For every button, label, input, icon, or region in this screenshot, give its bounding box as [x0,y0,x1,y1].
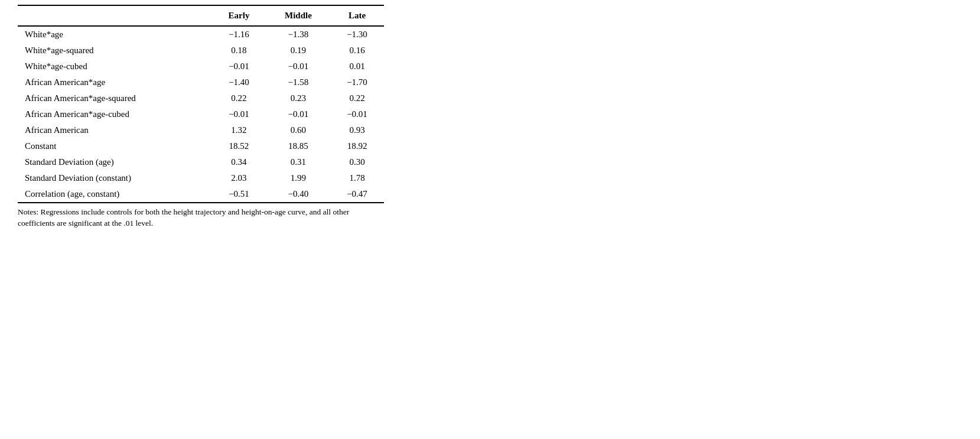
row-label: Standard Deviation (age) [18,154,211,170]
row-label: Constant [18,138,211,154]
table-row: African American1.320.600.93 [18,122,384,138]
row-early: 0.22 [211,90,266,106]
row-early: 18.52 [211,138,266,154]
row-middle: −0.01 [266,58,330,74]
row-middle: 1.99 [266,170,330,186]
row-middle: −1.58 [266,74,330,90]
row-label: African American*age-cubed [18,106,211,122]
table-footer [18,203,384,204]
row-label: Standard Deviation (constant) [18,170,211,186]
table-row: Standard Deviation (age)0.340.310.30 [18,154,384,170]
table-body: White*age−1.16−1.38−1.30White*age-square… [18,26,384,203]
row-middle: −1.38 [266,26,330,43]
row-early: 1.32 [211,122,266,138]
bottom-border-row [18,203,384,204]
row-early: 0.34 [211,154,266,170]
data-table: Early Middle Late White*age−1.16−1.38−1.… [18,5,384,204]
row-early: −1.16 [211,26,266,43]
row-middle: 0.31 [266,154,330,170]
row-early: −0.01 [211,58,266,74]
row-late: 0.93 [330,122,384,138]
row-middle: 0.60 [266,122,330,138]
table-row: White*age-cubed−0.01−0.010.01 [18,58,384,74]
row-middle: 0.23 [266,90,330,106]
row-late: 0.16 [330,43,384,58]
row-late: 0.30 [330,154,384,170]
table-row: White*age−1.16−1.38−1.30 [18,26,384,43]
row-middle: −0.40 [266,186,330,203]
col-header-middle: Middle [266,7,330,26]
table-note: Notes: Regressions include controls for … [18,207,384,229]
row-late: 0.01 [330,58,384,74]
table-row: Standard Deviation (constant)2.031.991.7… [18,170,384,186]
row-late: 0.22 [330,90,384,106]
row-late: 18.92 [330,138,384,154]
row-label: Correlation (age, constant) [18,186,211,203]
row-late: 1.78 [330,170,384,186]
row-early: −0.51 [211,186,266,203]
row-label: African American [18,122,211,138]
row-label: White*age-cubed [18,58,211,74]
row-middle: 18.85 [266,138,330,154]
row-late: −0.47 [330,186,384,203]
row-label: White*age-squared [18,43,211,58]
table-row: African American*age−1.40−1.58−1.70 [18,74,384,90]
table-row: White*age-squared0.180.190.16 [18,43,384,58]
table-row: Correlation (age, constant)−0.51−0.40−0.… [18,186,384,203]
row-early: 2.03 [211,170,266,186]
table-row: African American*age-squared0.220.230.22 [18,90,384,106]
page-container: Early Middle Late White*age−1.16−1.38−1.… [0,0,980,439]
table-row: Constant18.5218.8518.92 [18,138,384,154]
row-middle: 0.19 [266,43,330,58]
table-wrapper: Early Middle Late White*age−1.16−1.38−1.… [18,5,384,229]
header-row: Early Middle Late [18,7,384,26]
row-middle: −0.01 [266,106,330,122]
col-header-early: Early [211,7,266,26]
row-label: White*age [18,26,211,43]
row-early: 0.18 [211,43,266,58]
row-label: African American*age-squared [18,90,211,106]
col-header-late: Late [330,7,384,26]
row-late: −1.70 [330,74,384,90]
row-late: −1.30 [330,26,384,43]
row-early: −0.01 [211,106,266,122]
col-header-label [18,7,211,26]
row-late: −0.01 [330,106,384,122]
row-early: −1.40 [211,74,266,90]
table-row: African American*age-cubed−0.01−0.01−0.0… [18,106,384,122]
row-label: African American*age [18,74,211,90]
